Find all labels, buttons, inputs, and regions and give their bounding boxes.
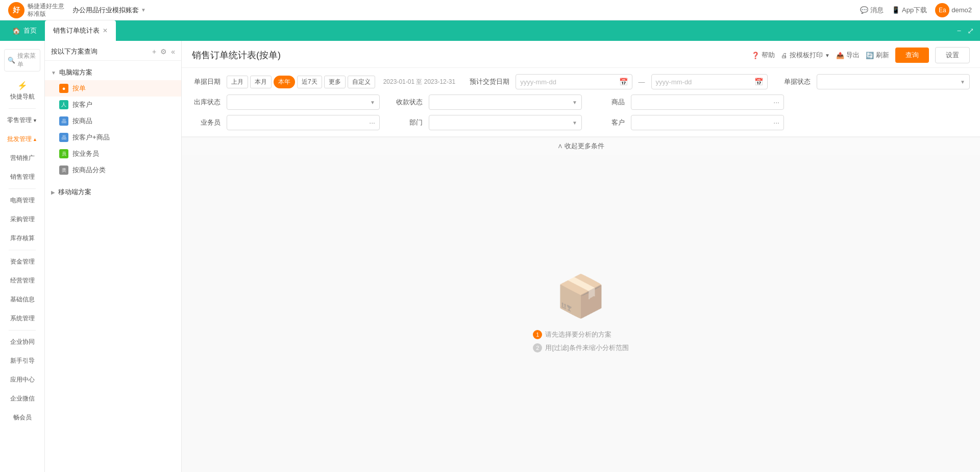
sidebar-item-sales-mgmt[interactable]: 销售管理: [0, 168, 44, 186]
left-panel-actions: + ⚙ «: [152, 48, 175, 56]
search-menu-button[interactable]: 🔍 搜索菜单: [4, 49, 40, 72]
date-btn-more[interactable]: 更多: [324, 76, 346, 88]
plan-item-by-salesperson[interactable]: 员 按业务员: [45, 146, 181, 162]
quick-nav-icon: ⚡: [17, 81, 28, 90]
date-btn-this-year[interactable]: 本年: [274, 76, 295, 88]
content-area: 按以下方案查询 + ⚙ « ▼ 电脑端方案 ● 按单 人 按客户: [45, 41, 980, 472]
department-select[interactable]: ▼: [429, 115, 582, 130]
query-button[interactable]: 查询: [895, 48, 929, 63]
expected-date-label: 预计交货日期: [470, 77, 509, 86]
sidebar-item-enterprise-coop[interactable]: 企业协同: [0, 333, 44, 351]
sidebar-item-sys-mgmt[interactable]: 系统管理: [0, 309, 44, 328]
settings-button[interactable]: 设置: [935, 47, 970, 63]
salesperson-more-icon[interactable]: ···: [369, 119, 375, 127]
pc-plan-group-header[interactable]: ▼ 电脑端方案: [45, 65, 181, 80]
mobile-plan-section: ▶ 移动端方案: [45, 182, 181, 200]
expected-date-start-input[interactable]: yyyy-mm-dd 📅: [516, 74, 632, 89]
help-button[interactable]: ❓ 帮助: [751, 51, 775, 60]
help-icon: ❓: [751, 52, 760, 59]
date-btn-this-month[interactable]: 本月: [250, 76, 272, 88]
date-range-display: 2023-01-01 至 2023-12-31: [383, 78, 455, 86]
filter-row-3: 业务员 ··· 部门 ▼ 客户: [192, 115, 970, 130]
download-icon: 📱: [892, 6, 900, 14]
product-input[interactable]: ···: [631, 95, 784, 110]
tab-home[interactable]: 🏠 首页: [4, 20, 45, 41]
sidebar-item-retail-mgmt[interactable]: 零售管理 ▼: [0, 111, 44, 130]
date-btn-last-month[interactable]: 上月: [227, 76, 248, 88]
doc-status-select[interactable]: ▼: [817, 74, 970, 89]
product-more-icon[interactable]: ···: [773, 98, 779, 106]
expected-date-end-input[interactable]: yyyy-mm-dd 📅: [651, 74, 768, 89]
date-btn-last-7-days[interactable]: 近7天: [297, 76, 322, 88]
sidebar-item-basic-info[interactable]: 基础信息: [0, 290, 44, 309]
empty-hint-1: 1 请先选择要分析的方案: [533, 330, 628, 339]
chevron-icon: ▼: [33, 118, 37, 123]
logo-area: 好 畅捷通好生意 标准版: [8, 2, 64, 18]
plan-item-by-customer[interactable]: 人 按客户: [45, 97, 181, 113]
calendar-icon-2: 📅: [754, 78, 763, 86]
doc-status-label: 单据状态: [782, 77, 811, 86]
customer-input[interactable]: ···: [631, 115, 784, 130]
search-icon: 🔍: [8, 57, 15, 64]
delivery-status-select[interactable]: ▼: [227, 95, 380, 110]
maximize-icon[interactable]: ⤢: [967, 26, 974, 36]
user-menu[interactable]: Ea demo2: [935, 3, 972, 17]
message-icon: 💬: [860, 6, 868, 14]
collection-status-select[interactable]: ▼: [429, 95, 582, 110]
salesperson-input[interactable]: ···: [227, 115, 380, 130]
customer-field: ···: [631, 115, 784, 130]
collapse-panel-button[interactable]: «: [171, 48, 175, 56]
plan-item-by-cust-prod[interactable]: 品 按客户+商品: [45, 129, 181, 146]
app-selector[interactable]: 办公用品行业模拟账套 ▼: [68, 4, 150, 17]
expand-arrow-icon: ▼: [51, 70, 56, 76]
sidebar-item-ecom-mgmt[interactable]: 电商管理: [0, 191, 44, 210]
sidebar-divider-2: [9, 188, 35, 189]
refresh-icon: 🔄: [866, 52, 874, 59]
sidebar-item-marketing[interactable]: 营销推广: [0, 149, 44, 168]
collapse-bar[interactable]: ∧ 收起更多条件: [182, 137, 980, 155]
sidebar-item-member[interactable]: 畅会员: [0, 408, 44, 427]
sidebar-item-purchase-mgmt[interactable]: 采购管理: [0, 210, 44, 229]
department-field: ▼: [429, 115, 582, 130]
plan-item-by-product[interactable]: 品 按商品: [45, 113, 181, 129]
plan-item-icon-category: 类: [59, 166, 68, 175]
add-plan-button[interactable]: +: [152, 48, 156, 56]
sidebar-item-new-guide[interactable]: 新手引导: [0, 351, 44, 370]
plan-item-icon-product: 品: [59, 116, 68, 126]
date-btn-custom[interactable]: 自定义: [348, 76, 375, 88]
sidebar-item-finance-mgmt[interactable]: 资金管理: [0, 252, 44, 271]
sidebar-item-app-center[interactable]: 应用中心: [0, 370, 44, 389]
customer-more-icon[interactable]: ···: [773, 119, 779, 127]
filter-row-1: 单据日期 上月 本月 本年 近7天 更多 自定义 2023-01-01 至 20…: [192, 74, 970, 89]
empty-hint-2: 2 用[过滤]条件来缩小分析范围: [533, 343, 628, 352]
app-download-button[interactable]: 📱 App下载: [892, 6, 927, 15]
expected-date-start-field: yyyy-mm-dd 📅: [516, 74, 632, 89]
plan-item-icon-customer: 人: [59, 100, 68, 109]
top-bar-left: 好 畅捷通好生意 标准版 办公用品行业模拟账套 ▼: [8, 2, 150, 18]
message-button[interactable]: 💬 消息: [860, 6, 884, 15]
plan-item-by-order[interactable]: ● 按单: [45, 80, 181, 97]
close-tab-icon[interactable]: ✕: [103, 27, 108, 34]
export-button[interactable]: 📤 导出: [836, 51, 860, 60]
chevron-down-dept-icon: ▼: [572, 120, 577, 126]
sidebar-item-wholesale-mgmt[interactable]: 批发管理 ▲: [0, 130, 44, 149]
collection-status-label: 收款状态: [394, 98, 423, 107]
plan-item-icon-order: ●: [59, 84, 68, 93]
sidebar-item-enterprise-wechat[interactable]: 企业微信: [0, 389, 44, 408]
settings-plan-button[interactable]: ⚙: [160, 48, 167, 56]
template-print-button[interactable]: 🖨 按模板打印 ▼: [781, 51, 830, 60]
empty-hints: 1 请先选择要分析的方案 2 用[过滤]条件来缩小分析范围: [533, 330, 628, 357]
sidebar-item-ops-mgmt[interactable]: 经营管理: [0, 271, 44, 290]
left-panel-title: 按以下方案查询: [51, 47, 97, 56]
top-bar: 好 畅捷通好生意 标准版 办公用品行业模拟账套 ▼ 💬 消息 📱 App下载 E…: [0, 0, 980, 20]
sidebar-item-quick-nav[interactable]: ⚡ 快捷导航: [0, 76, 44, 106]
mobile-plan-group-header[interactable]: ▶ 移动端方案: [45, 184, 181, 200]
plan-item-by-category[interactable]: 类 按商品分类: [45, 162, 181, 178]
main-layout: 🔍 搜索菜单 ⚡ 快捷导航 零售管理 ▼ 批发管理 ▲ 营销推广 销售管理: [0, 41, 980, 472]
date-separator: —: [639, 78, 645, 86]
refresh-button[interactable]: 🔄 刷新: [866, 51, 889, 60]
plan-item-icon-salesperson: 员: [59, 149, 68, 158]
sidebar-item-inventory[interactable]: 库存核算: [0, 229, 44, 248]
tab-sales-order-stats[interactable]: 销售订单统计表 ✕: [45, 20, 116, 41]
minimize-icon[interactable]: －: [955, 26, 963, 36]
